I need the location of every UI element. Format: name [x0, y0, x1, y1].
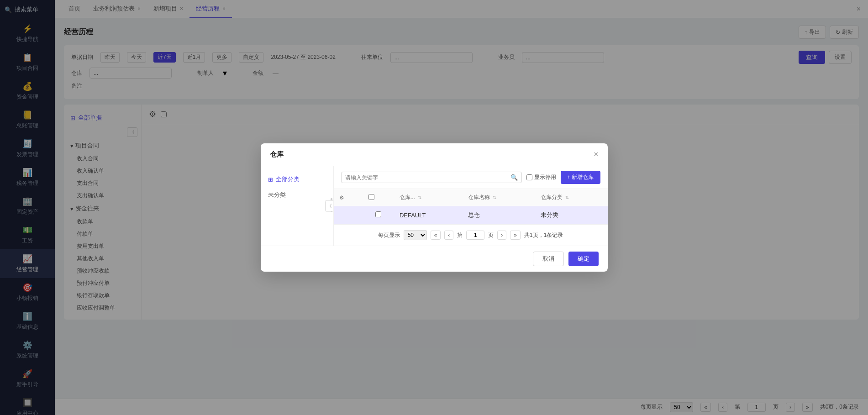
row-category: 未分类 [535, 206, 608, 224]
table-panel: 🔍 显示停用 + 新增仓库 ⚙ [334, 166, 608, 246]
modal-last-page[interactable]: » [510, 231, 521, 240]
col-name: 仓库名称 ⇅ [463, 189, 535, 206]
col-category: 仓库分类 ⇅ [535, 189, 608, 206]
grid-icon-modal: ⊞ [268, 176, 273, 183]
warehouse-modal: 仓库 × ⊞ 全部分类 未分类 《 [261, 143, 608, 272]
modal-pagination: 每页显示 50 100 « ‹ 第 页 › » 共1页，1条记录 [334, 224, 608, 246]
row-code: DEFAULT [394, 206, 463, 224]
modal-header: 仓库 × [261, 143, 608, 166]
sort-category-icon[interactable]: ⇅ [565, 195, 569, 200]
category-all[interactable]: ⊞ 全部分类 [261, 172, 333, 187]
modal-close-button[interactable]: × [594, 150, 599, 159]
modal-title: 仓库 [270, 150, 284, 159]
modal-next-page[interactable]: › [497, 231, 506, 240]
modal-total-info: 共1页，1条记录 [524, 231, 563, 239]
show-disabled-label[interactable]: 显示停用 [526, 173, 556, 181]
category-panel: ⊞ 全部分类 未分类 《 [261, 166, 334, 246]
table-select-all[interactable] [368, 194, 374, 200]
settings-col-icon[interactable]: ⚙ [339, 194, 344, 201]
search-wrap: 🔍 [341, 172, 522, 183]
modal-page-input[interactable] [466, 231, 484, 240]
row-settings [334, 206, 363, 224]
modal-body: ⊞ 全部分类 未分类 《 🔍 [261, 166, 608, 246]
table-row[interactable]: DEFAULT 总仓 未分类 [334, 206, 608, 224]
sort-code-icon[interactable]: ⇅ [418, 195, 421, 200]
modal-prev-page[interactable]: ‹ [444, 231, 453, 240]
modal-first-page[interactable]: « [431, 231, 441, 240]
show-disabled-checkbox[interactable] [526, 174, 532, 180]
cancel-button[interactable]: 取消 [533, 252, 564, 266]
add-warehouse-button[interactable]: + 新增仓库 [561, 171, 600, 184]
table-search-bar: 🔍 显示停用 + 新增仓库 [334, 166, 608, 189]
collapse-chevron: 《 [327, 203, 332, 209]
row-checkbox[interactable] [363, 206, 394, 224]
panel-collapse-btn[interactable]: 《 [325, 200, 334, 212]
col-checkbox [363, 189, 394, 206]
modal-per-page[interactable]: 50 100 [404, 230, 427, 240]
modal-overlay[interactable]: 仓库 × ⊞ 全部分类 未分类 《 [0, 0, 868, 415]
category-unclassified[interactable]: 未分类 [261, 187, 333, 203]
sort-name-icon[interactable]: ⇅ [493, 195, 496, 200]
modal-footer: 取消 确定 [261, 246, 608, 272]
warehouse-table: ⚙ 仓库... ⇅ 仓库名称 [334, 189, 608, 224]
confirm-button[interactable]: 确定 [568, 252, 599, 266]
col-settings: ⚙ [334, 189, 363, 206]
row-name: 总仓 [463, 206, 535, 224]
modal-page-of: 第 [457, 231, 463, 239]
warehouse-search-input[interactable] [345, 174, 508, 181]
search-icon-modal: 🔍 [510, 174, 518, 181]
col-code: 仓库... ⇅ [394, 189, 463, 206]
